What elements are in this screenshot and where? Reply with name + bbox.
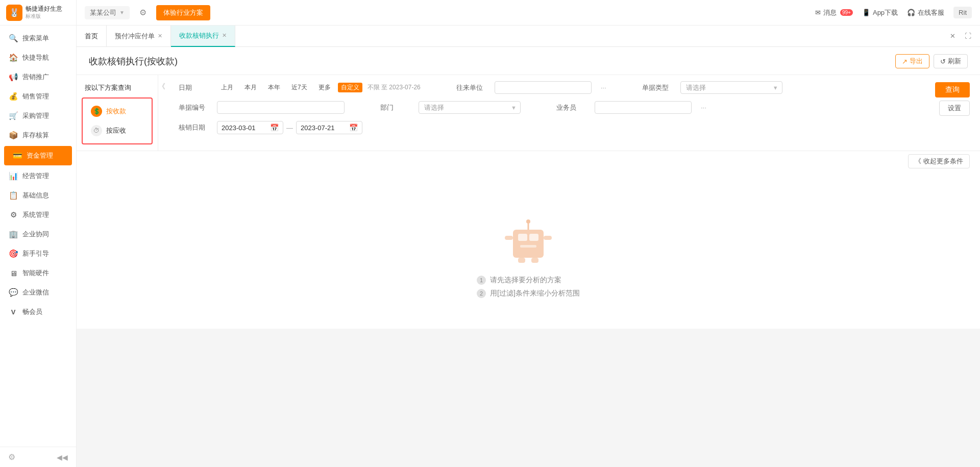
- company-selector[interactable]: 某某公司 ▼: [85, 6, 130, 19]
- date-this-year[interactable]: 本年: [264, 82, 284, 93]
- dept-select[interactable]: 请选择: [419, 101, 521, 114]
- topbar-right: ✉ 消息 99+ 📱 App下载 🎧 在线客服 Rit: [815, 7, 972, 18]
- collapse-more-row: 《 收起更多条件: [77, 151, 980, 174]
- message-icon: ✉: [815, 9, 821, 16]
- sidebar-item-system[interactable]: ⚙ 系统管理: [0, 205, 76, 225]
- chevron-down-icon: ▼: [119, 10, 125, 15]
- wechat-icon: 💬: [8, 288, 18, 297]
- refresh-button[interactable]: ↺ 刷新: [934, 54, 968, 68]
- calendar-icon: 📅: [349, 124, 358, 132]
- sidebar-item-label: 新手引导: [22, 249, 49, 258]
- dept-select-wrapper: 请选择 ▼: [419, 101, 521, 114]
- enterprise-icon: 🏢: [8, 230, 18, 239]
- tab-close-receipt-offset[interactable]: ✕: [222, 32, 227, 39]
- message-badge: 99+: [840, 9, 853, 16]
- app-download-action[interactable]: 📱 App下载: [862, 8, 898, 17]
- member-icon: V: [8, 308, 18, 316]
- tab-prepay-label: 预付冲应付单: [115, 32, 155, 41]
- online-service-action[interactable]: 🎧 在线客服: [907, 8, 944, 17]
- sidebar-item-label: 经营管理: [22, 171, 49, 181]
- date-last-month[interactable]: 上月: [217, 82, 237, 93]
- tab-prepay[interactable]: 预付冲应付单 ✕: [107, 26, 171, 47]
- svg-rect-8: [518, 258, 525, 263]
- sidebar-item-hardware[interactable]: 🖥 智能硬件: [0, 263, 76, 283]
- topbar-settings-btn[interactable]: ⚙: [136, 6, 150, 20]
- sidebar-item-shortcut[interactable]: 🏠 快捷导航: [0, 48, 76, 67]
- sidebar-item-marketing[interactable]: 📢 营销推广: [0, 67, 76, 87]
- empty-hint-1: 1 请先选择要分析的方案: [477, 276, 580, 285]
- offset-date-start-input[interactable]: 2023-03-01 📅: [217, 121, 283, 134]
- export-button[interactable]: ↗ 导出: [895, 54, 929, 68]
- staff-input[interactable]: [595, 101, 692, 114]
- sidebar-item-search[interactable]: 🔍 搜索菜单: [0, 29, 76, 48]
- tab-receipt-offset[interactable]: 收款核销执行 ✕: [171, 26, 235, 47]
- counterparty-dots[interactable]: ···: [601, 84, 606, 91]
- sidebar-item-purchase[interactable]: 🛒 采购管理: [0, 106, 76, 126]
- staff-label: 业务员: [556, 103, 590, 112]
- sidebar-item-sales[interactable]: 💰 销售管理: [0, 87, 76, 106]
- refresh-icon: ↺: [940, 58, 946, 65]
- date-custom-tag[interactable]: 自定义: [338, 83, 362, 92]
- staff-dots[interactable]: ···: [701, 104, 706, 111]
- tab-home[interactable]: 首页: [77, 26, 107, 47]
- filter-collapse-btn[interactable]: 《: [158, 75, 168, 151]
- company-name: 某某公司: [90, 8, 116, 17]
- solution-button[interactable]: 体验行业方案: [156, 5, 210, 20]
- sidebar-item-guide[interactable]: 🎯 新手引导: [0, 244, 76, 263]
- basic-icon: 📋: [8, 191, 18, 200]
- filter-main: 日期 上月 本月 本年 近7天 更多 自定义 不限 至 2023-07-26: [168, 75, 980, 151]
- hardware-icon: 🖥: [8, 269, 18, 278]
- date-more[interactable]: 更多: [314, 82, 335, 93]
- empty-hint-2: 2 用[过滤]条件来缩小分析范围: [477, 289, 580, 298]
- doc-type-select[interactable]: 请选择: [680, 81, 782, 94]
- page-actions: ↗ 导出 ↺ 刷新: [895, 54, 968, 68]
- hint-number-1: 1: [477, 276, 486, 285]
- sidebar-footer: ⚙ ◀◀: [0, 447, 76, 467]
- sidebar-item-funds[interactable]: 💳 资金管理: [4, 146, 72, 165]
- sidebar-item-label: 企业协同: [22, 230, 49, 239]
- page-content: 收款核销执行(按收款) ↗ 导出 ↺ 刷新 按以下方案查询 💲: [77, 47, 980, 467]
- filter-settings-button[interactable]: 设置: [939, 101, 970, 116]
- logo-text-block: 畅捷通好生意 标准版: [26, 5, 62, 20]
- tab-maximize-btn[interactable]: ⛶: [961, 29, 975, 43]
- sidebar-settings-icon[interactable]: ⚙: [8, 452, 15, 462]
- receivable-option-icon: ⏱: [91, 125, 102, 136]
- tab-close-prepay[interactable]: ✕: [158, 33, 162, 39]
- collapse-more-label: 收起更多条件: [923, 157, 963, 166]
- sidebar-item-wechat[interactable]: 💬 企业微信: [0, 283, 76, 302]
- user-avatar[interactable]: Rit: [953, 7, 972, 18]
- empty-hint-text-2: 用[过滤]条件来缩小分析范围: [490, 289, 580, 298]
- collapse-more-button[interactable]: 《 收起更多条件: [908, 154, 970, 168]
- sidebar-item-member[interactable]: V 畅会员: [0, 302, 76, 322]
- sidebar-collapse-icon[interactable]: ◀◀: [57, 453, 68, 461]
- tab-close-window-btn[interactable]: ✕: [945, 29, 960, 43]
- filter-option-by-receivable[interactable]: ⏱ 按应收: [83, 121, 152, 140]
- counterparty-input[interactable]: [495, 81, 592, 94]
- logo-subtitle: 标准版: [26, 13, 62, 20]
- sidebar-item-operations[interactable]: 📊 经营管理: [0, 166, 76, 186]
- doc-no-input[interactable]: [217, 101, 345, 114]
- filter-option-by-receipt[interactable]: 💲 按收款: [83, 102, 152, 121]
- empty-state: 1 请先选择要分析的方案 2 用[过滤]条件来缩小分析范围: [77, 174, 980, 329]
- topbar-left: 某某公司 ▼ ⚙ 体验行业方案: [85, 5, 210, 20]
- sidebar-item-label: 企业微信: [22, 288, 49, 297]
- date-range-text: 不限 至 2023-07-26: [368, 83, 421, 92]
- message-action[interactable]: ✉ 消息 99+: [815, 8, 853, 17]
- tab-home-label: 首页: [85, 32, 98, 41]
- svg-rect-0: [513, 230, 544, 258]
- date-7days[interactable]: 近7天: [287, 82, 311, 93]
- offset-date-end-value: 2023-07-21: [301, 124, 335, 132]
- date-this-month[interactable]: 本月: [240, 82, 261, 93]
- sidebar-item-enterprise[interactable]: 🏢 企业协同: [0, 225, 76, 244]
- sidebar-item-basic[interactable]: 📋 基础信息: [0, 186, 76, 205]
- tabbar-actions: ✕ ⛶: [945, 29, 980, 43]
- page-header: 收款核销执行(按收款) ↗ 导出 ↺ 刷新: [77, 47, 980, 75]
- offset-date-end-input[interactable]: 2023-07-21 📅: [296, 121, 362, 134]
- sidebar-item-inventory[interactable]: 📦 库存核算: [0, 126, 76, 145]
- sidebar-item-label: 系统管理: [22, 210, 49, 219]
- svg-rect-9: [531, 258, 538, 263]
- hint-number-2: 2: [477, 289, 486, 298]
- svg-rect-3: [520, 245, 536, 248]
- query-button[interactable]: 查询: [935, 82, 970, 97]
- filter-container: 按以下方案查询 💲 按收款 ⏱ 按应收 《: [77, 75, 980, 151]
